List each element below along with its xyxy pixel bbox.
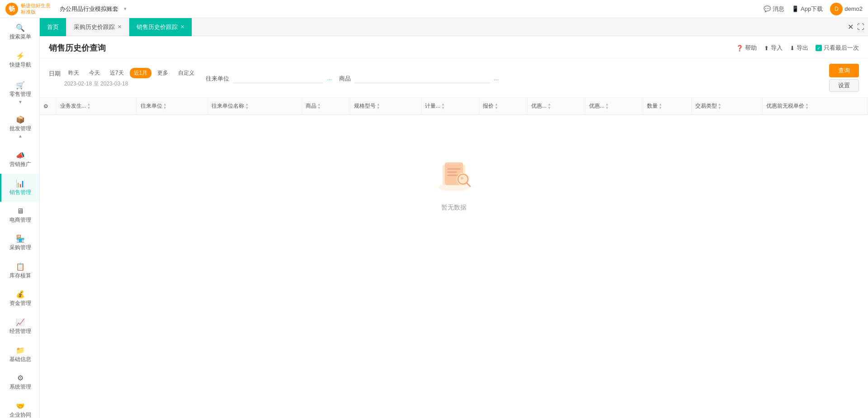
export-btn[interactable]: ⬇ 导出: [790, 44, 808, 52]
sidebar-item-system[interactable]: ⚙ 系统管理: [0, 368, 39, 396]
logo-area: 畅 畅捷信好生意 标准版: [5, 3, 51, 15]
sidebar-item-inventory[interactable]: 📋 库存核算: [0, 257, 39, 285]
date-btn-1month[interactable]: 近1月: [130, 68, 152, 78]
sidebar-item-marketing[interactable]: 📣 营销推广: [0, 146, 39, 174]
operations-icon: 📈: [16, 318, 25, 327]
sidebar-item-ecommerce[interactable]: 🖥 电商管理: [0, 202, 39, 229]
top-bar: 畅 畅捷信好生意 标准版 办公用品行业模拟账套 ▾ 💬 消息 📱 App下载 D…: [0, 0, 868, 18]
sidebar-item-wholesale[interactable]: 📦 批发管理 ▲: [0, 110, 39, 144]
partner-ellipsis[interactable]: ...: [327, 75, 332, 81]
top-bar-right: 💬 消息 📱 App下载 D demo2: [764, 3, 863, 15]
search-icon: 🔍: [16, 24, 25, 32]
sort-arrows-pretax-price: ▲▼: [805, 103, 809, 110]
col-partner-name[interactable]: 往来单位名称 ▲▼: [208, 98, 302, 115]
shortcut-icon: ⚡: [16, 52, 25, 60]
sidebar-item-retail[interactable]: 🛒 零售管理 ▼: [0, 76, 39, 110]
export-icon: ⬇: [790, 45, 795, 52]
content-area: 首页 采购历史价跟踪 ✕ 销售历史价跟踪 ✕ ✕ ⛶ 销售历史价查询: [40, 18, 868, 418]
tab-home[interactable]: 首页: [40, 18, 66, 36]
user-area[interactable]: D demo2: [830, 3, 863, 15]
date-btn-more[interactable]: 更多: [153, 68, 172, 78]
only-last-checkbox[interactable]: ✓ 只看最后一次: [816, 44, 859, 52]
sidebar-item-basic[interactable]: 📁 基础信息: [0, 341, 39, 369]
sidebar-item-enterprise[interactable]: 🤝 企业协同: [0, 396, 39, 418]
date-range-text: 2023-02-18 至 2023-03-18: [64, 80, 198, 88]
main-layout: 🔍 搜索菜单 ⚡ 快捷导航 🛒 零售管理 ▼ 📦 批发管理 ▲ 📣 营销推广 📊…: [0, 18, 868, 418]
col-quote-price[interactable]: 报价 ▲▼: [479, 98, 528, 115]
col-gear[interactable]: ⚙: [40, 98, 56, 115]
tab-bar: 首页 采购历史价跟踪 ✕ 销售历史价跟踪 ✕ ✕ ⛶: [40, 18, 868, 36]
checkbox-icon: ✓: [816, 45, 822, 51]
close-purchase-tab[interactable]: ✕: [118, 24, 122, 30]
close-sales-tab[interactable]: ✕: [180, 24, 184, 30]
sidebar-item-purchase[interactable]: 🏪 采购管理: [0, 229, 39, 257]
retail-arrow: ▼: [18, 100, 23, 104]
table-header-row: ⚙ 业务发生... ▲▼ 往来单位 ▲▼: [40, 98, 868, 115]
wholesale-arrow: ▲: [18, 133, 23, 138]
col-partner-code[interactable]: 往来单位 ▲▼: [137, 98, 208, 115]
sort-arrows-partner-name: ▲▼: [245, 103, 249, 110]
data-table: ⚙ 业务发生... ▲▼ 往来单位 ▲▼: [40, 98, 868, 115]
date-btn-today[interactable]: 今天: [85, 68, 104, 78]
page-header: 销售历史价查询 ❓ 帮助 ⬆ 导入 ⬇ 导出 ✓: [40, 36, 868, 58]
top-bar-left: 畅 畅捷信好生意 标准版 办公用品行业模拟账套 ▾: [5, 3, 127, 15]
svg-point-9: [461, 177, 463, 180]
tab-bar-actions: ✕ ⛶: [848, 23, 868, 31]
goods-label: 商品: [339, 73, 351, 83]
filter-actions: 查询 设置: [829, 64, 859, 92]
col-goods[interactable]: 商品 ▲▼: [302, 98, 350, 115]
empty-illustration: [431, 151, 476, 196]
col-discount1[interactable]: 优惠... ▲▼: [527, 98, 585, 115]
close-all-tabs-btn[interactable]: ✕: [848, 23, 854, 31]
col-trade-type[interactable]: 交易类型 ▲▼: [691, 98, 762, 115]
app-download-btn[interactable]: 📱 App下载: [792, 5, 823, 13]
sidebar-item-shortcut[interactable]: ⚡ 快捷导航: [0, 46, 39, 74]
sidebar-item-finance[interactable]: 💰 资金管理: [0, 285, 39, 313]
enterprise-icon: 🤝: [16, 402, 25, 410]
col-discount2[interactable]: 优惠... ▲▼: [585, 98, 643, 115]
col-pretax-price[interactable]: 优惠前无税单价 ▲▼: [763, 98, 868, 115]
filter-row: 日期 昨天 今天 近7天 近1月 更多 自定义 2023-02-18 至 202…: [49, 64, 859, 92]
date-filters: 昨天 今天 近7天 近1月 更多 自定义 2023-02-18 至 2023-0…: [64, 68, 198, 88]
date-btn-yesterday[interactable]: 昨天: [64, 68, 83, 78]
sort-arrows-discount1: ▲▼: [547, 103, 551, 110]
tab-purchase-track[interactable]: 采购历史价跟踪 ✕: [66, 18, 129, 36]
ecommerce-icon: 🖥: [17, 207, 24, 215]
svg-rect-5: [447, 175, 459, 176]
app-title-dropdown[interactable]: ▾: [124, 6, 127, 12]
col-biz-date[interactable]: 业务发生... ▲▼: [56, 98, 137, 115]
sidebar-item-search[interactable]: 🔍 搜索菜单: [0, 18, 39, 46]
goods-input[interactable]: [354, 72, 490, 83]
date-btn-7days[interactable]: 近7天: [106, 68, 128, 78]
col-unit[interactable]: 计量... ▲▼: [421, 98, 479, 115]
help-btn[interactable]: ❓ 帮助: [736, 44, 757, 52]
query-button[interactable]: 查询: [829, 64, 859, 77]
maximize-btn[interactable]: ⛶: [857, 23, 864, 31]
app-title: 办公用品行业模拟账套: [60, 5, 118, 13]
wholesale-icon: 📦: [16, 115, 25, 124]
date-btn-custom[interactable]: 自定义: [174, 68, 198, 78]
partner-input[interactable]: [233, 72, 323, 83]
marketing-icon: 📣: [16, 151, 25, 160]
filter-area: 日期 昨天 今天 近7天 近1月 更多 自定义 2023-02-18 至 202…: [40, 58, 868, 98]
col-spec[interactable]: 规格型号 ▲▼: [350, 98, 421, 115]
sidebar-item-sales[interactable]: 📊 销售管理: [0, 174, 39, 202]
partner-filter-group: 往来单位 ...: [206, 72, 332, 83]
goods-ellipsis[interactable]: ...: [494, 75, 499, 81]
sort-arrows-quantity: ▲▼: [659, 103, 662, 110]
page-content: 销售历史价查询 ❓ 帮助 ⬆ 导入 ⬇ 导出 ✓: [40, 36, 868, 418]
date-buttons: 昨天 今天 近7天 近1月 更多 自定义: [64, 68, 198, 78]
table-container: ⚙ 业务发生... ▲▼ 往来单位 ▲▼: [40, 98, 868, 248]
sort-arrows-discount2: ▲▼: [605, 103, 609, 110]
message-btn[interactable]: 💬 消息: [764, 5, 784, 13]
inventory-icon: 📋: [16, 262, 25, 271]
sort-arrows-goods: ▲▼: [317, 103, 321, 110]
tab-sales-track[interactable]: 销售历史价跟踪 ✕: [129, 18, 192, 36]
settings-button[interactable]: 设置: [829, 79, 859, 92]
partner-label: 往来单位: [206, 73, 229, 83]
page-title: 销售历史价查询: [49, 43, 106, 53]
svg-rect-3: [447, 168, 461, 170]
sidebar-item-operations[interactable]: 📈 经营管理: [0, 313, 39, 341]
col-quantity[interactable]: 数量 ▲▼: [643, 98, 691, 115]
import-btn[interactable]: ⬆ 导入: [764, 44, 783, 52]
